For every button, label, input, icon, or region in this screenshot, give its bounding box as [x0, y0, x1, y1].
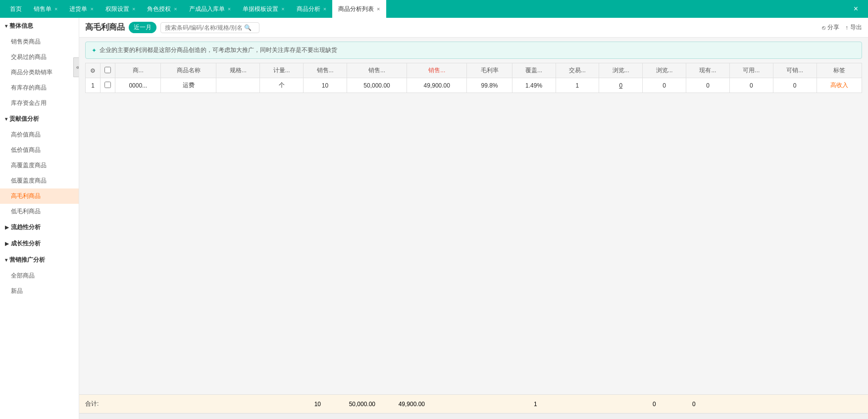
row-sales-qty: 10 [304, 78, 347, 93]
col-sales-cost[interactable]: 销售... [407, 63, 467, 78]
sidebar-section-growth[interactable]: ▶ 成长性分析 [0, 235, 79, 252]
sidebar-item-high-coverage[interactable]: 高覆盖度商品 [0, 158, 79, 173]
page-title: 高毛利商品 [85, 22, 125, 33]
row-saleable-stock: 0 [773, 78, 817, 93]
close-product-analysis-list-tab[interactable]: × [377, 6, 380, 12]
col-checkbox[interactable] [101, 63, 115, 78]
chevron-down-icon: ▾ [5, 116, 7, 122]
top-navigation: 首页 销售单 × 进货单 × 权限设置 × 角色授权 × 产成品入库单 × 单据… [0, 0, 868, 18]
col-gross-margin[interactable]: 毛利率 [467, 63, 512, 78]
close-role-tab[interactable]: × [174, 6, 177, 12]
info-icon: ✦ [92, 47, 97, 54]
time-filter-button[interactable]: 近一月 [129, 22, 156, 33]
col-settings[interactable]: ⚙ [86, 63, 101, 78]
col-name[interactable]: 商品名称 [161, 63, 216, 78]
sidebar-item-all-goods[interactable]: 全部商品 [0, 268, 79, 283]
footer-current-stock: 0 [634, 401, 674, 408]
sidebar-item-low-coverage[interactable]: 低覆盖度商品 [0, 173, 79, 188]
sidebar-item-traded-goods[interactable]: 交易过的商品 [0, 49, 79, 65]
export-icon: ↑ [845, 24, 848, 31]
sidebar-item-sales-goods[interactable]: 销售类商品 [0, 34, 79, 49]
row-coverage: 1.49% [512, 78, 556, 93]
horizontal-scrollbar[interactable] [79, 413, 868, 419]
close-product-analysis-tab[interactable]: × [323, 6, 326, 12]
footer-tx-count: 1 [515, 401, 555, 408]
nav-product-entry[interactable]: 产成品入库单 × [183, 0, 237, 18]
sidebar: « ▾ 整体信息 销售类商品 交易过的商品 商品分类助销率 有库存的商品 库存资… [0, 18, 79, 419]
close-sales-tab[interactable]: × [54, 6, 57, 12]
close-window-button[interactable]: × [848, 4, 864, 13]
row-select-checkbox[interactable] [104, 82, 111, 88]
nav-permission[interactable]: 权限设置 × [100, 0, 141, 18]
footer-avail-stock: 0 [674, 401, 714, 408]
search-icon[interactable]: 🔍 [244, 24, 252, 31]
col-code[interactable]: 商... [115, 63, 161, 78]
header-actions: ⎋ 分享 ↑ 导出 [822, 23, 862, 32]
export-button[interactable]: ↑ 导出 [845, 23, 862, 32]
nav-product-analysis[interactable]: 商品分析 × [291, 0, 332, 18]
sidebar-collapse-button[interactable]: « [73, 57, 79, 77]
row-current-stock: 0 [686, 78, 730, 93]
col-coverage[interactable]: 覆盖... [512, 63, 556, 78]
nav-template[interactable]: 单据模板设置 × [237, 0, 290, 18]
table-row: 1 0000... 运费 个 10 50,000.00 49,900.00 99… [86, 78, 862, 93]
share-icon: ⎋ [822, 24, 825, 31]
main-layout: « ▾ 整体信息 销售类商品 交易过的商品 商品分类助销率 有库存的商品 库存资… [0, 18, 868, 419]
table-header-row: ⚙ 商... 商品名称 规格... 计量... 销售... 销售... 销售..… [86, 63, 862, 78]
close-permission-tab[interactable]: × [132, 6, 135, 12]
chevron-right-icon: ▶ [5, 241, 9, 246]
col-avail-stock[interactable]: 可用... [729, 63, 773, 78]
row-index: 1 [86, 78, 101, 93]
row-checkbox[interactable] [101, 78, 115, 93]
nav-role[interactable]: 角色授权 × [141, 0, 183, 18]
nav-product-analysis-list[interactable]: 商品分析列表 × [332, 0, 386, 18]
col-browse2[interactable]: 浏览... [643, 63, 686, 78]
sidebar-item-new-goods[interactable]: 新品 [0, 283, 79, 299]
col-spec[interactable]: 规格... [216, 63, 260, 78]
row-browse1[interactable]: 0 [599, 78, 643, 93]
sidebar-section-contribution[interactable]: ▾ 贡献值分析 [0, 111, 79, 127]
row-unit: 个 [260, 78, 304, 93]
footer-sales-qty: 10 [298, 401, 337, 408]
row-avail-stock: 0 [729, 78, 773, 93]
nav-home[interactable]: 首页 [4, 0, 28, 18]
sidebar-item-high-value[interactable]: 高价值商品 [0, 127, 79, 142]
chevron-right-icon: ▶ [5, 225, 9, 230]
content-header: 高毛利商品 近一月 🔍 ⎋ 分享 ↑ 导出 [79, 18, 868, 38]
sidebar-item-stock-capital[interactable]: 库存资金占用 [0, 95, 79, 111]
nav-sales[interactable]: 销售单 × [28, 0, 63, 18]
close-product-entry-tab[interactable]: × [228, 6, 231, 12]
sidebar-item-low-margin[interactable]: 低毛利商品 [0, 204, 79, 219]
sidebar-item-low-value[interactable]: 低价值商品 [0, 142, 79, 158]
sidebar-item-high-margin[interactable]: 高毛利商品 [0, 188, 79, 204]
search-input[interactable] [165, 24, 244, 31]
chevron-down-icon: ▾ [5, 257, 7, 263]
row-code: 0000... [115, 78, 161, 93]
row-sales-cost: 49,900.00 [407, 78, 467, 93]
row-sales-amt: 50,000.00 [347, 78, 407, 93]
table-container: ⚙ 商... 商品名称 规格... 计量... 销售... 销售... 销售..… [85, 63, 862, 394]
share-button[interactable]: ⎋ 分享 [822, 23, 839, 32]
close-purchase-tab[interactable]: × [90, 6, 93, 12]
sidebar-section-marketing[interactable]: ▾ 营销推广分析 [0, 252, 79, 268]
nav-purchase[interactable]: 进货单 × [63, 0, 99, 18]
col-tag[interactable]: 标签 [817, 63, 862, 78]
col-saleable-stock[interactable]: 可销... [773, 63, 817, 78]
col-current-stock[interactable]: 现有... [686, 63, 730, 78]
sidebar-section-overall[interactable]: ▾ 整体信息 [0, 18, 79, 34]
search-box: 🔍 [160, 22, 259, 33]
col-sales-amt[interactable]: 销售... [347, 63, 407, 78]
col-unit[interactable]: 计量... [260, 63, 304, 78]
col-tx-count[interactable]: 交易... [556, 63, 599, 78]
data-table: ⚙ 商... 商品名称 规格... 计量... 销售... 销售... 销售..… [85, 63, 862, 93]
col-sales-qty[interactable]: 销售... [304, 63, 347, 78]
sidebar-section-trend[interactable]: ▶ 流趋性分析 [0, 219, 79, 235]
row-tx-count: 1 [556, 78, 599, 93]
close-template-tab[interactable]: × [281, 6, 284, 12]
select-all-checkbox[interactable] [104, 67, 111, 73]
sidebar-item-category-rate[interactable]: 商品分类助销率 [0, 65, 79, 80]
footer-label: 合计: [85, 400, 99, 408]
col-browse1[interactable]: 浏览... [599, 63, 643, 78]
sidebar-item-stock-goods[interactable]: 有库存的商品 [0, 80, 79, 95]
row-browse2: 0 [643, 78, 686, 93]
